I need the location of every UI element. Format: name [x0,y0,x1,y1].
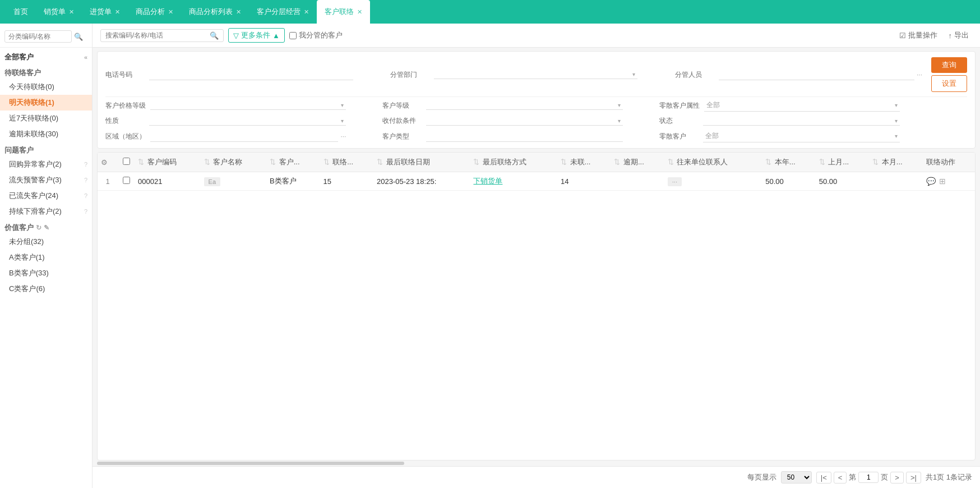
sort-handle-last-method[interactable]: ⇅ [473,158,479,166]
region-dots[interactable]: ··· [340,132,346,140]
row-num: 1 [98,172,118,191]
search-input[interactable] [105,31,210,39]
sidebar-item-overdue[interactable]: 逾期未联络(30) [0,126,92,142]
filter-gender-select[interactable]: ▾ [149,117,346,126]
nav-customer-contact[interactable]: 客户联络 ✕ [317,0,370,24]
filter-retail-attr-select[interactable]: 全部 ▾ [704,99,900,112]
nav-product-analysis[interactable]: 商品分析 ✕ [128,0,181,24]
filter-phone-input[interactable] [149,70,353,80]
nav-close-product-analysis[interactable]: ✕ [168,8,173,16]
last-page-btn[interactable]: >| [906,472,921,484]
page-navigation: |< < 第 页 > >| [816,472,921,484]
sort-handle-last-month[interactable]: ⇅ [819,158,825,166]
next-page-btn[interactable]: > [890,472,904,484]
nav-purchase-order[interactable]: 进货单 ✕ [82,0,128,24]
select-all-checkbox[interactable] [123,158,130,165]
value-edit-icon[interactable]: ✎ [44,224,49,232]
data-table: ⚙ ⇅ 客户编码 ⇅ 客户名称 [98,153,975,191]
sidebar-item-declining[interactable]: 持续下滑客户(2) ? [0,204,92,219]
row-last-month: 50.00 [816,172,869,191]
nav-home[interactable]: 首页 [6,0,36,24]
nav-close-sales[interactable]: ✕ [69,8,74,16]
search-input-wrap[interactable]: 🔍 [100,29,224,42]
manager-dots[interactable]: ··· [917,71,922,79]
filter-retail-select[interactable]: 全部 ▾ [703,130,900,142]
sort-handle-last-date[interactable]: ⇅ [377,158,383,166]
grid-icon[interactable]: ⊞ [939,177,946,186]
sort-handle-not-contacted[interactable]: ⇅ [561,158,567,166]
row-last-method[interactable]: 下销货单 [470,172,557,191]
sort-handle-this-month[interactable]: ⇅ [872,158,879,166]
filter-more-btn[interactable]: ▽ 更多条件 ▲ [228,28,285,43]
sort-handle-this-year[interactable]: ⇅ [765,158,771,166]
sidebar-item-tomorrow[interactable]: 明天待联络(1) [0,95,92,111]
sort-handle-contact-person[interactable]: ⇅ [668,158,674,166]
sidebar-item-b-class[interactable]: B类客户(33) [0,265,92,281]
sidebar-item-lost[interactable]: 已流失客户(24) ? [0,188,92,204]
nav-close-contact[interactable]: ✕ [357,8,362,16]
sort-handle-name[interactable]: ⇅ [204,158,210,166]
filter-customer-type-input[interactable] [426,131,623,142]
filter-gender: 性质 ▾ [105,116,346,126]
filter-customer-grade-select[interactable]: ▾ [426,101,623,110]
value-refresh-icon[interactable]: ↻ [36,224,41,232]
nav-customer-tier[interactable]: 客户分层经营 ✕ [249,0,317,24]
sort-handle-contact[interactable]: ⇅ [323,158,330,166]
message-icon[interactable]: 💬 [926,177,936,186]
filter-payment-select[interactable]: ▾ [426,117,623,126]
my-customer-checkbox[interactable] [289,32,297,39]
checkbox-icon: ☑ [899,31,906,40]
sidebar-search-input[interactable] [4,30,72,43]
horizontal-scrollbar[interactable] [97,461,976,466]
sort-handle-type[interactable]: ⇅ [270,158,276,166]
set-button[interactable]: 设置 [931,75,967,92]
nav-sales-order[interactable]: 销货单 ✕ [36,0,82,24]
sidebar-collapse-icon[interactable]: « [84,54,87,61]
my-customer-checkbox-wrap[interactable]: 我分管的客户 [289,30,343,40]
th-gear[interactable]: ⚙ [98,153,118,172]
sidebar-all-customers[interactable]: 全部客户 « [0,48,92,65]
query-button[interactable]: 查询 [931,57,967,73]
filter-region-input[interactable] [150,131,338,142]
chevron-down-price: ▾ [341,102,344,108]
filter-manager-input[interactable] [719,70,915,80]
th-overdue: ⇅ 逾期... [611,153,664,172]
th-code: ⇅ 客户编码 [135,153,201,172]
sort-handle-overdue[interactable]: ⇅ [614,158,620,166]
nav-product-analysis-list[interactable]: 商品分析列表 ✕ [181,0,249,24]
gear-icon[interactable]: ⚙ [101,158,108,167]
scrollbar-thumb[interactable] [97,462,404,465]
th-not-contacted: ⇅ 未联... [557,153,611,172]
prev-page-btn[interactable]: < [834,472,847,484]
sidebar-item-lost-warning[interactable]: 流失预警客户(3) ? [0,172,92,188]
action-icons: 💬 ⊞ [926,177,972,186]
sidebar-search-icon[interactable]: 🔍 [74,33,83,41]
sidebar-item-7days[interactable]: 近7天待联络(0) [0,111,92,126]
chevron-down-grade: ▾ [618,102,621,108]
row-actions: 💬 ⊞ [923,172,975,191]
sidebar-item-repurchase[interactable]: 回购异常客户(2) ? [0,156,92,172]
sidebar-item-a-class[interactable]: A类客户(1) [0,250,92,265]
page-number-input[interactable] [858,472,879,483]
nav-close-purchase[interactable]: ✕ [115,8,120,16]
sidebar-item-today[interactable]: 今天待联络(0) [0,79,92,95]
first-page-btn[interactable]: |< [816,472,831,484]
sort-handle-code[interactable]: ⇅ [138,158,144,166]
search-icon[interactable]: 🔍 [210,31,219,40]
sidebar: 🔍 全部客户 « 待联络客户 今天待联络(0) 明天待联络(1) 近7天待联络(… [0,24,93,488]
page-size-select[interactable]: 50 100 200 [781,471,812,484]
export-btn[interactable]: ↑ 导出 [945,29,973,42]
batch-op-btn[interactable]: ☑ 批量操作 [896,29,941,42]
filter-status-select[interactable]: ▾ [703,117,900,126]
sidebar-item-ungrouped[interactable]: 未分组(32) [0,234,92,250]
filter-dept-select[interactable]: ▾ [434,70,638,79]
nav-close-product-list[interactable]: ✕ [236,8,241,16]
filter-retail: 零散客户 全部 ▾ [659,130,900,142]
sidebar-item-c-class[interactable]: C类客户(6) [0,281,92,297]
filter-price-grade-select[interactable]: ▾ [150,101,346,110]
nav-close-tier[interactable]: ✕ [304,8,309,16]
help-icon-declining: ? [84,208,87,215]
filter-customer-grade: 客户等级 ▾ [382,101,623,111]
filter-row-2: 客户价格等级 ▾ 客户等级 ▾ 零散客户属性 [105,99,967,112]
row-checkbox[interactable] [123,177,130,184]
